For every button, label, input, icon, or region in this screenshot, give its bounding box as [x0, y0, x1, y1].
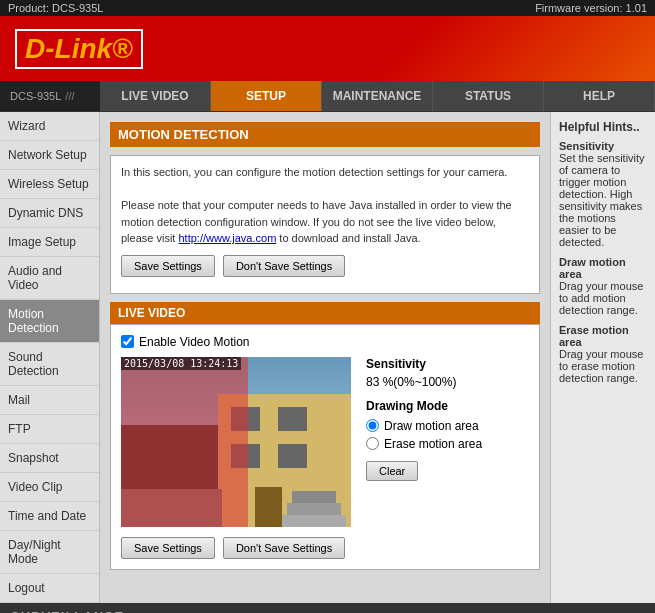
- hint-sensitivity: Sensitivity Set the sensitivity of camer…: [559, 140, 647, 248]
- enable-checkbox-label: Enable Video Motion: [139, 335, 250, 349]
- hint-erase: Erase motion area Drag your mouse to era…: [559, 324, 647, 384]
- sidebar-item-logout[interactable]: Logout: [0, 574, 99, 603]
- footer-brand: SURVEILLANCE: [0, 603, 655, 613]
- tab-status[interactable]: STATUS: [433, 81, 544, 111]
- hint-sensitivity-text: Set the sensitivity of camera to trigger…: [559, 152, 647, 248]
- draw-motion-area-row: Draw motion area: [366, 419, 529, 433]
- info-text1: In this section, you can configure the m…: [121, 164, 529, 181]
- motion-overlay: [121, 357, 248, 527]
- hint-draw: Draw motion area Drag your mouse to add …: [559, 256, 647, 316]
- draw-motion-area-radio[interactable]: [366, 419, 379, 432]
- window4: [278, 444, 307, 468]
- java-link[interactable]: http://www.java.com: [178, 232, 276, 244]
- dont-save-settings-top-button[interactable]: Don't Save Settings: [223, 255, 345, 277]
- video-feed: 2015/03/08 13:24:13: [121, 357, 351, 527]
- info-text2: Please note that your computer needs to …: [121, 197, 529, 247]
- hints-title: Helpful Hints..: [559, 120, 647, 134]
- sidebar-item-snapshot[interactable]: Snapshot: [0, 444, 99, 473]
- bottom-btn-row: Save Settings Don't Save Settings: [121, 537, 529, 559]
- enable-video-motion-checkbox[interactable]: [121, 335, 134, 348]
- door: [255, 487, 282, 527]
- sidebar-item-wizard[interactable]: Wizard: [0, 112, 99, 141]
- sidebar-item-mail[interactable]: Mail: [0, 386, 99, 415]
- video-timestamp: 2015/03/08 13:24:13: [121, 357, 241, 370]
- tab-help[interactable]: HELP: [544, 81, 655, 111]
- sensitivity-value: 83 %(0%~100%): [366, 375, 529, 389]
- header: D-Link®: [0, 16, 655, 81]
- drawing-mode-label: Drawing Mode: [366, 399, 529, 413]
- save-settings-bottom-button[interactable]: Save Settings: [121, 537, 215, 559]
- draw-motion-area-label: Draw motion area: [384, 419, 479, 433]
- main-layout: Wizard Network Setup Wireless Setup Dyna…: [0, 112, 655, 603]
- product-nav-label: DCS-935L ///: [0, 81, 100, 111]
- sidebar-item-day-night-mode[interactable]: Day/Night Mode: [0, 531, 99, 574]
- stairs: [282, 467, 346, 527]
- sidebar-item-video-clip[interactable]: Video Clip: [0, 473, 99, 502]
- sidebar-item-time-and-date[interactable]: Time and Date: [0, 502, 99, 531]
- save-settings-top-button[interactable]: Save Settings: [121, 255, 215, 277]
- clear-button[interactable]: Clear: [366, 461, 418, 481]
- live-video-body: Enable Video Motion: [110, 324, 540, 570]
- info-box: In this section, you can configure the m…: [110, 155, 540, 294]
- sensitivity-label: Sensitivity: [366, 357, 529, 371]
- sidebar: Wizard Network Setup Wireless Setup Dyna…: [0, 112, 100, 603]
- hint-erase-text: Drag your mouse to erase motion detectio…: [559, 348, 643, 384]
- window2: [278, 407, 307, 431]
- sidebar-item-image-setup[interactable]: Image Setup: [0, 228, 99, 257]
- enable-checkbox-row: Enable Video Motion: [121, 335, 529, 349]
- firmware-label: Firmware version: 1.01: [535, 2, 647, 14]
- nav-tabs: DCS-935L /// LIVE VIDEO SETUP MAINTENANC…: [0, 81, 655, 112]
- erase-motion-area-label: Erase motion area: [384, 437, 482, 451]
- top-btn-row: Save Settings Don't Save Settings: [121, 255, 529, 277]
- top-bar: Product: DCS-935L Firmware version: 1.01: [0, 0, 655, 16]
- video-controls: Sensitivity 83 %(0%~100%) Drawing Mode D…: [366, 357, 529, 481]
- hint-sensitivity-title: Sensitivity: [559, 140, 647, 152]
- tab-live-video[interactable]: LIVE VIDEO: [100, 81, 211, 111]
- erase-motion-area-radio[interactable]: [366, 437, 379, 450]
- hint-draw-text: Drag your mouse to add motion detection …: [559, 280, 643, 316]
- hint-erase-title: Erase motion area: [559, 324, 647, 348]
- sidebar-item-ftp[interactable]: FTP: [0, 415, 99, 444]
- tab-maintenance[interactable]: MAINTENANCE: [322, 81, 433, 111]
- hint-draw-title: Draw motion area: [559, 256, 647, 280]
- logo: D-Link®: [15, 29, 143, 69]
- sidebar-item-network-setup[interactable]: Network Setup: [0, 141, 99, 170]
- hints-panel: Helpful Hints.. Sensitivity Set the sens…: [550, 112, 655, 603]
- sidebar-item-motion-detection[interactable]: Motion Detection: [0, 300, 99, 343]
- tab-setup[interactable]: SETUP: [211, 81, 322, 111]
- brand-label: SURVEILLANCE: [10, 609, 123, 613]
- content-area: MOTION DETECTION In this section, you ca…: [100, 112, 550, 603]
- product-label: Product: DCS-935L: [8, 2, 103, 14]
- sidebar-item-audio-and-video[interactable]: Audio and Video: [0, 257, 99, 300]
- video-area: 2015/03/08 13:24:13 Sensitivity 83 %(0%~…: [121, 357, 529, 527]
- sidebar-item-wireless-setup[interactable]: Wireless Setup: [0, 170, 99, 199]
- sidebar-item-sound-detection[interactable]: Sound Detection: [0, 343, 99, 386]
- live-video-header: LIVE VIDEO: [110, 302, 540, 324]
- section-title: MOTION DETECTION: [110, 122, 540, 147]
- dont-save-settings-bottom-button[interactable]: Don't Save Settings: [223, 537, 345, 559]
- sidebar-item-dynamic-dns[interactable]: Dynamic DNS: [0, 199, 99, 228]
- erase-motion-area-row: Erase motion area: [366, 437, 529, 451]
